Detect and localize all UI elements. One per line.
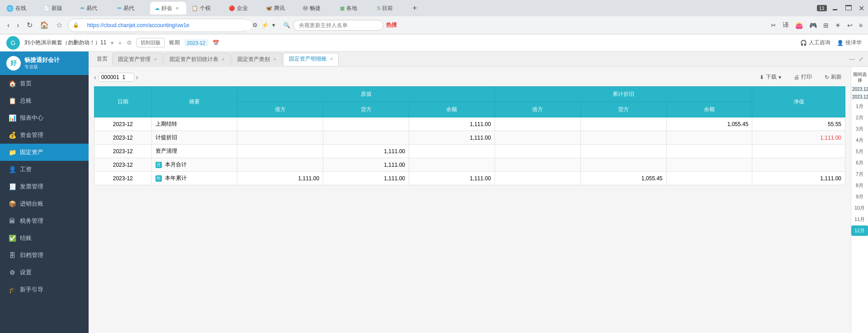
add-company-button[interactable]: + [118,39,122,47]
user-profile[interactable]: 👤 徐泽华 [837,39,862,47]
game-icon[interactable]: 🎮 [809,22,817,29]
sidebar-item-closing[interactable]: ✅ 结账 [0,230,89,247]
browser-tab-muqian[interactable]: S 目前 [373,2,409,14]
tab-home[interactable]: 首页 [93,53,111,65]
row1-orig-debit [237,117,323,131]
menu-icon[interactable]: ≡ [859,22,863,29]
row1-orig-credit [323,117,409,131]
calendar-icon[interactable]: 📅 [212,40,219,46]
prev-page-button[interactable]: ‹ [94,74,96,81]
th-orig-credit: 贷方 [323,102,409,117]
download-button[interactable]: ⬇ 下载 ▾ [756,71,785,83]
close-tab-asset-category[interactable]: × [274,57,276,62]
next-page-button[interactable]: › [136,74,138,81]
scissors-icon[interactable]: ✂ [771,22,776,29]
maximize-pane-button[interactable]: ⤢ [859,56,863,62]
app-logo[interactable]: G [6,36,20,50]
settings-icon[interactable]: ⚙ [127,39,132,46]
browser-tab-haohui[interactable]: ☁ 好会 × [150,2,186,14]
bookmark-button[interactable]: ☆ [54,19,64,31]
new-tab-button[interactable]: + [410,4,420,13]
purchase-icon: 📦 [8,200,16,207]
page-id-input[interactable] [98,73,134,82]
month-5[interactable]: 5月 [851,146,868,157]
row2-dep-debit [495,131,580,145]
home-button[interactable]: 🏠 [38,19,51,31]
month-1[interactable]: 1月 [851,101,868,112]
brightness-icon[interactable]: ☀ [835,22,841,29]
month-11[interactable]: 11月 [851,214,868,225]
sidebar-item-funds[interactable]: 💰 资金管理 [0,127,89,144]
period-end-date: 2023.12 [851,94,868,100]
browser-tab-online[interactable]: 🌐 在线 [2,2,38,14]
guide-icon: 🎓 [8,286,16,293]
month-4[interactable]: 4月 [851,135,868,145]
tab-asset-category[interactable]: 固定资产类别 × [231,53,282,66]
lightning-icon[interactable]: ⚡ [261,22,269,28]
logo-icon: 好 [6,56,21,70]
restore-button[interactable]: 🗖 [843,2,854,14]
table-row-yearly-total: 2023-12 年 本年累计 1,111.00 1,111.00 1,111.0… [94,172,845,185]
sidebar-item-tax[interactable]: 🏛 税务管理 [0,212,89,230]
browser-tab-gedi[interactable]: ▦ 各地 [335,2,372,14]
browser-tab-tengxun[interactable]: 🦋 腾讯 [261,2,297,14]
tab-asset-ledger[interactable]: 固定资产明细账 × [283,53,339,66]
sidebar-item-settings[interactable]: ⚙ 设置 [0,264,89,281]
sidebar-item-guide[interactable]: 🎓 新手引导 [0,281,89,298]
close-window-button[interactable]: ✕ [857,2,866,14]
dropdown-icon[interactable]: ▾ [272,22,275,28]
asset-ledger-table: 日期 摘要 原值 累计折旧 净值 借方 贷方 余额 借方 [94,86,845,185]
search-input[interactable] [293,20,383,31]
month-9[interactable]: 9月 [851,192,868,202]
grid-icon[interactable]: ⊞ [823,22,829,29]
table-row: 2023-12 上期结转 1,111.00 1,055.45 55.55 [94,117,845,131]
refresh-button[interactable]: ↻ 刷新 [821,71,845,83]
sidebar-item-invoice[interactable]: 🧾 发票管理 [0,178,89,195]
tab-fixed-assets-mgmt[interactable]: 固定资产管理 × [112,53,163,66]
sidebar-item-general-ledger[interactable]: 📋 总账 [0,92,89,109]
print-button[interactable]: 🖨 打印 [790,71,816,83]
row1-dep-debit [495,117,580,131]
browser-tab-yidai1[interactable]: ✏ 易代 [76,2,112,14]
service-button[interactable]: 🎧 人工咨询 [800,39,830,47]
sidebar-item-home[interactable]: 🏠 首页 [0,75,89,92]
browser-tab-changjie[interactable]: Ⓜ 畅捷 [298,2,335,14]
address-input[interactable] [81,20,252,30]
month-8[interactable]: 8月 [851,180,868,191]
minimize-pane-button[interactable]: — [849,56,855,62]
month-7[interactable]: 7月 [851,169,868,179]
sidebar-item-purchase-sales[interactable]: 📦 进销台账 [0,195,89,212]
assets-icon: 📁 [8,149,16,156]
switch-version-button[interactable]: 切到旧版 [137,38,165,47]
month-2[interactable]: 2月 [851,113,868,123]
minimize-button[interactable]: 🗕 [830,2,840,14]
back-button[interactable]: ‹ [5,19,11,31]
undo-icon[interactable]: ↩ [847,22,853,29]
row5-orig-debit: 1,111.00 [237,172,323,185]
month-6[interactable]: 6月 [851,158,868,168]
close-tab-fixed-assets-mgmt[interactable]: × [154,57,157,62]
sidebar-item-fixed-assets[interactable]: 📁 固定资产 [0,144,89,161]
close-tab-depreciation-stats[interactable]: × [222,57,225,62]
company-dropdown-icon[interactable]: ▾ [111,40,113,46]
browser-tab-new[interactable]: 📄 新版 [39,2,75,14]
month-10[interactable]: 10月 [851,203,868,213]
browser-tab-geshui[interactable]: 📋 个税 [187,2,223,14]
wallet-icon[interactable]: 👛 [795,22,803,29]
app-header: G 刘小艳演示账套（勿删勿动！）11 ▾ + ⚙ 切到旧版 账期 2023-12… [0,34,868,52]
sidebar-item-archive[interactable]: 🗄 归档管理 [0,247,89,264]
extension-icon[interactable]: ⚙ [252,22,258,28]
user-icon: 👤 [837,40,844,46]
tab-depreciation-stats[interactable]: 固定资产折旧统计表 × [164,53,231,66]
sidebar-item-reports[interactable]: 📊 报表中心 [0,109,89,127]
browser-tab-qiye[interactable]: 🔴 企业 [224,2,260,14]
month-12[interactable]: 12月 [851,225,868,236]
close-tab-asset-ledger[interactable]: × [330,56,333,61]
forward-button[interactable]: › [15,19,21,31]
sidebar-item-payroll[interactable]: 👤 工资 [0,161,89,178]
reload-button[interactable]: ↻ [25,19,34,31]
row4-dep-credit [580,158,666,172]
browser-tab-yidai2[interactable]: ✏ 易代 [113,2,149,14]
translate-icon[interactable]: 译 [783,21,789,29]
month-3[interactable]: 3月 [851,124,868,134]
